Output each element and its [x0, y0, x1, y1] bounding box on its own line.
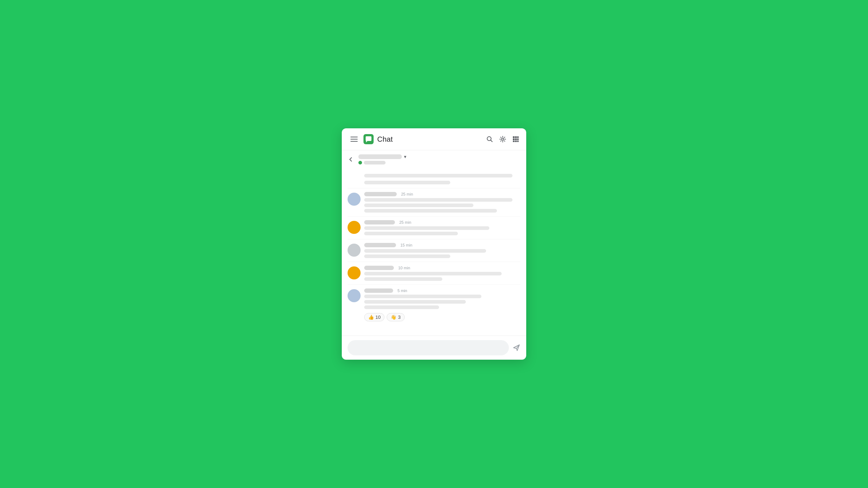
sender-name-bar: [364, 243, 396, 247]
text-line: [364, 254, 450, 258]
gear-icon: [499, 136, 506, 143]
back-arrow-icon: [348, 156, 354, 163]
text-line: [364, 295, 481, 298]
message-header-4: 10 min: [364, 266, 520, 270]
message-content-0: [348, 174, 520, 184]
svg-rect-11: [515, 141, 517, 142]
avatar-3: [348, 244, 361, 257]
subheader-content: ▾: [358, 154, 407, 164]
sender-name-bar: [364, 192, 397, 196]
svg-rect-7: [513, 138, 515, 140]
settings-button[interactable]: [499, 135, 507, 143]
message-group-5: 5 min 👍 10 👋 3: [348, 285, 520, 325]
dropdown-icon[interactable]: ▾: [404, 154, 407, 159]
contact-name-row: ▾: [358, 154, 407, 159]
svg-rect-8: [515, 138, 517, 140]
message-row-3: 15 min: [348, 243, 520, 258]
svg-line-2: [491, 140, 493, 142]
header-icons: [486, 135, 520, 143]
message-content-5: 5 min 👍 10 👋 3: [364, 288, 520, 321]
header-left: Chat: [348, 133, 482, 145]
message-time-3: 15 min: [400, 243, 412, 247]
reaction-count-thumbsup: 10: [375, 314, 380, 320]
chat-logo-icon: [363, 134, 374, 144]
message-row-5: 5 min 👍 10 👋 3: [348, 288, 520, 321]
message-row-1: 25 min: [348, 192, 520, 213]
text-line: [364, 226, 489, 230]
svg-rect-10: [513, 141, 515, 142]
app-window: Chat: [342, 128, 526, 360]
app-title: Chat: [377, 135, 393, 144]
apps-button[interactable]: [512, 135, 520, 143]
text-line: [364, 277, 442, 281]
message-header-5: 5 min: [364, 288, 520, 293]
chat-subheader: ▾: [342, 150, 526, 167]
reaction-thumbsup[interactable]: 👍 10: [364, 313, 384, 321]
input-bar: [342, 335, 526, 360]
reaction-emoji-wave: 👋: [391, 314, 396, 320]
send-button[interactable]: [512, 344, 520, 352]
message-content-1: 25 min: [364, 192, 520, 213]
text-line: [364, 300, 466, 304]
message-group-0: [348, 170, 520, 188]
text-line: [364, 198, 512, 202]
message-time-2: 25 min: [399, 220, 411, 224]
message-time-4: 10 min: [398, 266, 410, 270]
reaction-emoji-thumbsup: 👍: [368, 314, 374, 320]
search-button[interactable]: [486, 135, 494, 143]
message-list: 25 min 25 min: [342, 167, 526, 335]
message-group-2: 25 min: [348, 217, 520, 239]
text-line: [364, 272, 502, 275]
avatar-2: [348, 221, 361, 234]
reactions-row: 👍 10 👋 3: [364, 313, 520, 321]
message-group-3: 15 min: [348, 239, 520, 262]
text-line: [364, 174, 512, 177]
message-content-2: 25 min: [364, 220, 520, 235]
message-header-2: 25 min: [364, 220, 520, 224]
svg-rect-5: [515, 136, 517, 138]
avatar-4: [348, 266, 361, 279]
message-time-5: 5 min: [397, 288, 407, 293]
avatar-1: [348, 193, 361, 206]
message-row-4: 10 min: [348, 266, 520, 281]
text-line: [364, 204, 473, 207]
svg-rect-12: [517, 141, 519, 142]
send-icon: [512, 344, 520, 352]
message-header-3: 15 min: [364, 243, 520, 247]
message-group-1: 25 min: [348, 188, 520, 217]
header: Chat: [342, 128, 526, 150]
online-status-row: [358, 161, 407, 164]
sender-name-bar: [364, 288, 393, 293]
text-line: [364, 305, 439, 309]
svg-point-3: [502, 138, 504, 140]
text-line: [364, 249, 486, 253]
text-line: [364, 181, 450, 184]
online-status-dot: [358, 161, 362, 164]
online-status-placeholder: [364, 161, 386, 164]
menu-button[interactable]: [348, 133, 360, 145]
reaction-count-wave: 3: [398, 314, 400, 320]
avatar-5: [348, 289, 361, 302]
sender-name-bar: [364, 266, 394, 270]
message-row-2: 25 min: [348, 220, 520, 235]
svg-rect-6: [517, 136, 519, 138]
text-line: [364, 209, 497, 213]
hamburger-icon: [350, 137, 358, 142]
back-button[interactable]: [348, 156, 354, 163]
message-input[interactable]: [348, 340, 509, 355]
sender-name-bar: [364, 220, 395, 224]
reaction-wave[interactable]: 👋 3: [387, 313, 404, 321]
search-icon: [486, 136, 493, 143]
text-line: [364, 232, 458, 235]
message-header-1: 25 min: [364, 192, 520, 196]
message-content-3: 15 min: [364, 243, 520, 258]
message-time-1: 25 min: [401, 192, 413, 196]
svg-rect-9: [517, 138, 519, 140]
apps-grid-icon: [512, 136, 519, 143]
svg-rect-4: [513, 136, 515, 138]
message-content-4: 10 min: [364, 266, 520, 281]
message-group-4: 10 min: [348, 262, 520, 285]
contact-name-placeholder: [358, 154, 402, 159]
